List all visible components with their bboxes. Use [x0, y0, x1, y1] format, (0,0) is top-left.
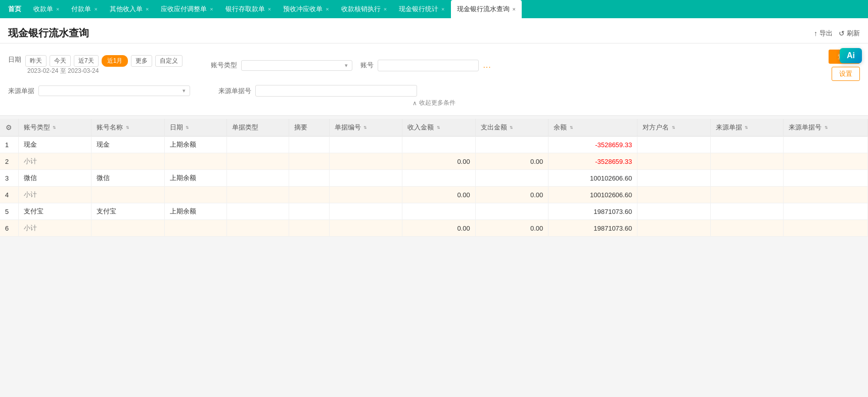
date-btn-today[interactable]: 今天 [50, 55, 71, 67]
cell-income [402, 170, 476, 187]
nav-bank-deposit-close[interactable]: × [268, 6, 271, 12]
account-type-select[interactable]: ▾ [241, 60, 352, 71]
cell-balance: 100102606.60 [549, 170, 637, 187]
nav-item-prepay-offset[interactable]: 预收冲应收单 × [277, 0, 335, 18]
date-filter-group: 日期 昨天 今天 近7天 近1月 更多 自定义 2023-02-24 至 202… [8, 55, 182, 75]
date-filter-label: 日期 [8, 55, 21, 64]
cell-summary [289, 137, 329, 153]
nav-writeoff-label: 收款核销执行 [341, 5, 381, 14]
account-type-label: 账号类型 [211, 61, 237, 70]
source-doc-select[interactable]: ▾ [38, 85, 190, 96]
cell-no: 3 [0, 170, 18, 187]
sort-account-name[interactable]: ⇅ [126, 126, 129, 130]
cell-date [164, 153, 226, 170]
nav-cash-flow-close[interactable]: × [513, 6, 516, 12]
sort-source-doc[interactable]: ⇅ [745, 126, 748, 130]
data-table: ⚙ 账号类型 ⇅ 账号名称 ⇅ 日期 ⇅ 单据类型 摘要 [0, 119, 868, 237]
collapse-bar[interactable]: ∧ 收起更多条件 [8, 97, 860, 109]
header-actions: ↑ 导出 ↺ 刷新 [814, 29, 860, 38]
refresh-button[interactable]: ↺ 刷新 [839, 29, 860, 38]
cell-counterpart [637, 220, 711, 237]
nav-prepay-close[interactable]: × [326, 6, 329, 12]
cell-account-name: 支付宝 [92, 203, 165, 220]
nav-item-bank-deposit[interactable]: 银行存取款单 × [219, 0, 277, 18]
top-navigation: 首页 收款单 × 付款单 × 其他收入单 × 应收应付调整单 × 银行存取款单 … [0, 0, 868, 18]
nav-prepay-label: 预收冲应收单 [283, 5, 323, 14]
col-balance: 余额 ⇅ [549, 119, 637, 137]
sort-doc-no[interactable]: ⇅ [363, 126, 367, 130]
account-type-chevron-icon: ▾ [345, 62, 348, 69]
cell-no: 6 [0, 220, 18, 237]
page-title: 现金银行流水查询 [8, 26, 89, 40]
cell-account-name: 现金 [92, 137, 165, 153]
date-btn-7days[interactable]: 近7天 [74, 55, 99, 67]
cell-counterpart [637, 137, 711, 153]
filter-row-1: 日期 昨天 今天 近7天 近1月 更多 自定义 2023-02-24 至 202… [8, 50, 860, 81]
nav-item-payment[interactable]: 付款单 × [65, 0, 103, 18]
sort-balance[interactable]: ⇅ [570, 126, 573, 130]
ai-button[interactable]: Ai [840, 48, 862, 63]
settings-button[interactable]: 设置 [832, 67, 860, 81]
date-btn-custom[interactable]: 自定义 [155, 55, 182, 67]
date-btn-yesterday[interactable]: 昨天 [25, 55, 47, 67]
nav-receipt-close[interactable]: × [56, 6, 59, 12]
cell-income: 0.00 [402, 187, 476, 203]
cell-source-doc [710, 220, 784, 237]
sort-expense[interactable]: ⇅ [510, 126, 513, 130]
export-button[interactable]: ↑ 导出 [814, 29, 833, 38]
nav-item-home[interactable]: 首页 [2, 0, 27, 18]
sort-source-doc-no[interactable]: ⇅ [825, 126, 828, 130]
table-row: 3微信微信上期余额100102606.60 [0, 170, 868, 187]
account-no-ellipsis[interactable]: ... [483, 61, 491, 70]
nav-item-receipt[interactable]: 收款单 × [27, 0, 65, 18]
sort-date[interactable]: ⇅ [186, 126, 189, 130]
cell-account-type: 小计 [18, 153, 92, 170]
table-settings-icon[interactable]: ⚙ [6, 123, 12, 131]
cell-doc-no [329, 203, 402, 220]
source-doc-no-input[interactable] [260, 87, 413, 95]
cell-income [402, 137, 476, 153]
cell-balance: -3528659.33 [549, 137, 637, 153]
table-row: 6小计0.000.0019871073.60 [0, 220, 868, 237]
sort-income[interactable]: ⇅ [437, 126, 440, 130]
col-date-label: 日期 [170, 123, 183, 131]
nav-item-writeoff-exec[interactable]: 收款核销执行 × [335, 0, 393, 18]
source-doc-no-label: 来源单据号 [218, 86, 251, 96]
cell-date: 上期余额 [164, 137, 226, 153]
cell-no: 1 [0, 137, 18, 153]
cell-account-type: 微信 [18, 170, 92, 187]
filter-area: 日期 昨天 今天 近7天 近1月 更多 自定义 2023-02-24 至 202… [0, 43, 868, 116]
sort-counterpart[interactable]: ⇅ [672, 126, 675, 130]
cell-expense [475, 170, 549, 187]
col-account-type: 账号类型 ⇅ [18, 119, 92, 137]
nav-payment-close[interactable]: × [94, 6, 97, 12]
nav-item-cash-flow-query[interactable]: 现金银行流水查询 × [451, 0, 522, 18]
export-label: 导出 [819, 29, 833, 38]
cell-balance: 100102606.60 [549, 187, 637, 203]
nav-item-other-income[interactable]: 其他收入单 × [104, 0, 155, 18]
col-expense: 支出金额 ⇅ [475, 119, 549, 137]
nav-other-income-close[interactable]: × [146, 6, 149, 12]
nav-writeoff-close[interactable]: × [384, 6, 387, 12]
nav-item-cash-stats[interactable]: 现金银行统计 × [393, 0, 450, 18]
col-source-doc-no-label: 来源单据号 [789, 123, 821, 131]
col-doc-type: 单据类型 [226, 119, 289, 137]
table-header: ⚙ 账号类型 ⇅ 账号名称 ⇅ 日期 ⇅ 单据类型 摘要 [0, 119, 868, 137]
account-no-input[interactable] [382, 62, 474, 69]
cell-income [402, 203, 476, 220]
cell-income: 0.00 [402, 153, 476, 170]
date-btn-1month[interactable]: 近1月 [102, 55, 128, 67]
refresh-icon: ↺ [839, 29, 845, 37]
cell-expense: 0.00 [475, 220, 549, 237]
nav-other-income-label: 其他收入单 [110, 5, 143, 14]
col-counterpart: 对方户名 ⇅ [637, 119, 711, 137]
col-income: 收入金额 ⇅ [402, 119, 476, 137]
cell-summary [289, 203, 329, 220]
sort-account-type[interactable]: ⇅ [53, 126, 56, 130]
nav-ar-ap-close[interactable]: × [210, 6, 213, 12]
col-income-label: 收入金额 [407, 123, 434, 131]
nav-cash-stats-close[interactable]: × [441, 6, 444, 12]
cell-doc-no [329, 220, 402, 237]
date-btn-more[interactable]: 更多 [131, 55, 152, 67]
nav-item-ar-ap-adjust[interactable]: 应收应付调整单 × [155, 0, 219, 18]
